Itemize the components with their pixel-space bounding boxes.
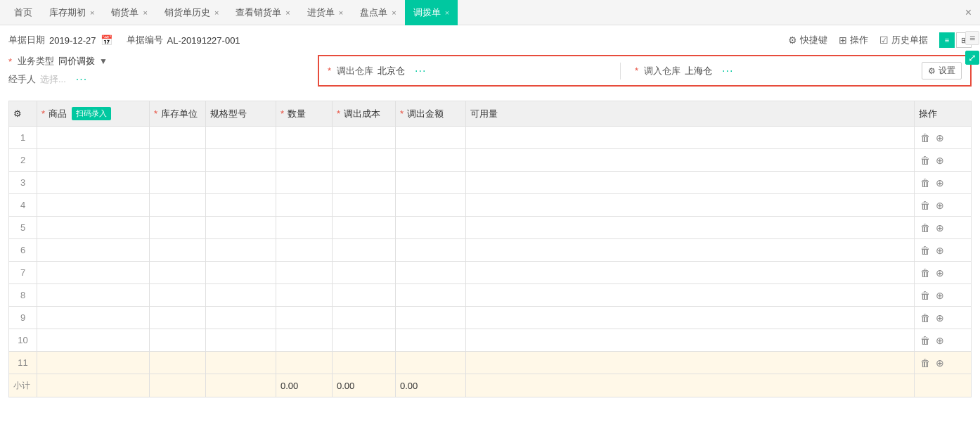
- subtotal-label-cell: 小计: [9, 374, 37, 397]
- warehouse-box: * 调出仓库 北京仓 ··· * 调入仓库 上海仓 ··· ⚙ 设置: [318, 55, 972, 94]
- tab-inventory-count[interactable]: 盘点单 ×: [352, 0, 404, 25]
- copy-icon-10[interactable]: ⊕: [936, 335, 944, 346]
- tab-view-sales[interactable]: 查看销货单 ×: [227, 0, 298, 25]
- shortcuts-action[interactable]: ⚙ 快捷键: [788, 34, 827, 46]
- row-5-product[interactable]: [37, 217, 150, 238]
- close-view-sales[interactable]: ×: [285, 8, 290, 17]
- tab-sales-order[interactable]: 销货单 ×: [103, 0, 155, 25]
- warehouse-separator: [620, 63, 621, 79]
- row-1-qty: [276, 127, 333, 148]
- close-sales-order[interactable]: ×: [143, 8, 147, 17]
- copy-icon-6[interactable]: ⊕: [936, 245, 944, 256]
- delete-icon-10[interactable]: 🗑: [920, 335, 930, 346]
- close-transfer-order[interactable]: ×: [445, 8, 449, 17]
- copy-icon-8[interactable]: ⊕: [936, 290, 944, 301]
- row-10-qty: [276, 329, 333, 351]
- row-num-6: 6: [9, 239, 37, 261]
- row-10-product[interactable]: [37, 329, 150, 351]
- tab-bar: 首页 库存期初 × 销货单 × 销货单历史 × 查看销货单 × 进货单 × 盘点…: [0, 0, 980, 25]
- warehouse-in-dots-button[interactable]: ···: [722, 65, 733, 77]
- delete-icon-9[interactable]: 🗑: [920, 312, 930, 324]
- row-9-qty: [276, 307, 333, 329]
- row-2-product[interactable]: [37, 149, 150, 171]
- row-1-product[interactable]: [37, 127, 150, 148]
- row-3-product[interactable]: [37, 172, 150, 193]
- warehouse-out-dots-button[interactable]: ···: [415, 65, 426, 77]
- grid-btn-list[interactable]: ≡: [939, 32, 955, 48]
- delete-icon-6[interactable]: 🗑: [920, 245, 930, 256]
- sidebar-expand-icon[interactable]: ⤢: [965, 51, 979, 65]
- delete-icon-5[interactable]: 🗑: [920, 222, 930, 234]
- calendar-icon[interactable]: 📅: [101, 34, 112, 46]
- tab-transfer-order[interactable]: 调拨单 ×: [405, 0, 458, 25]
- row-9-spec: [206, 307, 276, 329]
- row-num-10: 10: [9, 329, 37, 351]
- delete-icon-7[interactable]: 🗑: [920, 267, 930, 279]
- settings-button[interactable]: ⚙ 设置: [922, 62, 962, 79]
- sidebar-list-icon[interactable]: ≡: [965, 31, 979, 45]
- tab-purchase-order[interactable]: 进货单 ×: [299, 0, 352, 25]
- th-gear[interactable]: ⚙: [9, 101, 37, 126]
- handler-placeholder[interactable]: 选择...: [40, 73, 66, 86]
- row-9-unit: [150, 307, 206, 329]
- row-6-spec: [206, 239, 276, 261]
- row-3-ops: 🗑 ⊕: [915, 172, 971, 193]
- row-5-spec: [206, 217, 276, 238]
- row-1-unit: [150, 127, 206, 148]
- main-content: 单据日期 2019-12-27 📅 单据编号 AL-20191227-001 ⚙…: [0, 25, 980, 404]
- tab-home[interactable]: 首页: [6, 0, 41, 25]
- row-9-product[interactable]: [37, 307, 150, 329]
- row-2-available: [466, 149, 915, 171]
- row-10-cost: [333, 329, 396, 351]
- subtotal-empty-spec: [206, 374, 276, 397]
- gear-icon[interactable]: ⚙: [13, 108, 22, 119]
- history-action[interactable]: ☑ 历史单据: [879, 34, 928, 46]
- tab-sales-history[interactable]: 销货单历史 ×: [156, 0, 227, 25]
- handler-dots-button[interactable]: ···: [76, 73, 87, 86]
- scan-button[interactable]: 扫码录入: [72, 107, 111, 120]
- table-row: 5 🗑 ⊕: [9, 217, 971, 239]
- delete-icon-1[interactable]: 🗑: [920, 132, 930, 144]
- delete-icon-2[interactable]: 🗑: [920, 155, 930, 166]
- table-row: 3 🗑 ⊕: [9, 172, 971, 194]
- row-num-1: 1: [9, 127, 37, 148]
- copy-icon-4[interactable]: ⊕: [936, 200, 944, 211]
- business-type-dropdown[interactable]: 同价调拨 ▼: [58, 55, 108, 68]
- delete-icon-3[interactable]: 🗑: [920, 177, 930, 189]
- row-6-product[interactable]: [37, 239, 150, 261]
- delete-icon-4[interactable]: 🗑: [920, 200, 930, 211]
- row-7-qty: [276, 262, 333, 283]
- delete-icon-11[interactable]: 🗑: [920, 357, 930, 369]
- close-purchase-order[interactable]: ×: [339, 8, 343, 17]
- copy-icon-9[interactable]: ⊕: [936, 312, 944, 324]
- th-cost: * 调出成本: [333, 101, 396, 126]
- close-inventory-init[interactable]: ×: [90, 8, 94, 17]
- operations-action[interactable]: ⊞ 操作: [839, 34, 868, 46]
- copy-icon-3[interactable]: ⊕: [936, 177, 944, 189]
- row-7-available: [466, 262, 915, 283]
- delete-icon-8[interactable]: 🗑: [920, 290, 930, 301]
- row-4-product[interactable]: [37, 194, 150, 216]
- copy-icon-1[interactable]: ⊕: [936, 132, 944, 144]
- tab-inventory-init[interactable]: 库存期初 ×: [41, 0, 103, 25]
- docnum-label: 单据编号: [127, 34, 163, 46]
- subtotal-row: 小计 0.00 0.00 0.00: [9, 374, 971, 397]
- row-7-product[interactable]: [37, 262, 150, 283]
- warehouse-out-section: * 调出仓库 北京仓 ···: [328, 65, 606, 77]
- right-sidebar: ≡ ⤢: [965, 25, 980, 65]
- row-1-available: [466, 127, 915, 148]
- close-window-icon[interactable]: ×: [965, 6, 972, 19]
- close-inventory-count[interactable]: ×: [392, 8, 396, 17]
- copy-icon-2[interactable]: ⊕: [936, 155, 944, 166]
- copy-icon-5[interactable]: ⊕: [936, 222, 944, 234]
- row-6-qty: [276, 239, 333, 261]
- row-8-product[interactable]: [37, 284, 150, 306]
- row-num-5: 5: [9, 217, 37, 238]
- row-num-11: 11: [9, 352, 37, 374]
- row-5-cost: [333, 217, 396, 238]
- operations-label: 操作: [850, 34, 868, 46]
- copy-icon-11[interactable]: ⊕: [936, 357, 944, 369]
- row-11-product[interactable]: [37, 352, 150, 374]
- copy-icon-7[interactable]: ⊕: [936, 267, 944, 279]
- close-sales-history[interactable]: ×: [214, 8, 219, 17]
